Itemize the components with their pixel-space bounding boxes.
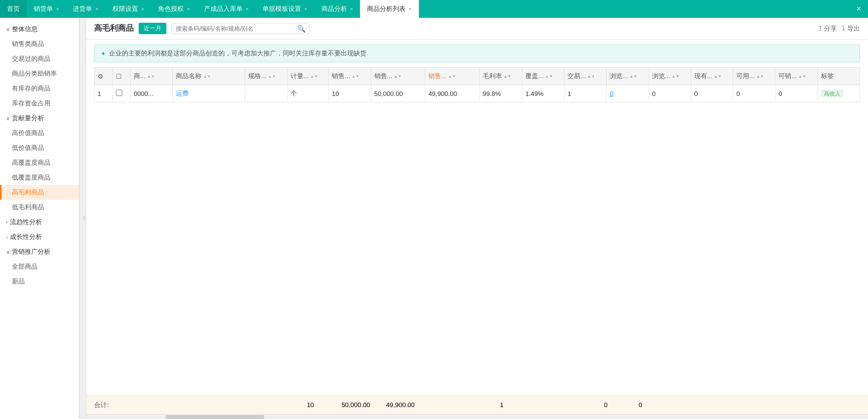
scrollbar-thumb[interactable] xyxy=(165,415,264,419)
col-browse1[interactable]: 浏览...▲▼ xyxy=(607,68,649,85)
info-icon: ✦ xyxy=(101,50,106,57)
cell-tag: 高收入 xyxy=(817,85,860,102)
cell-gross-rate: 99.8% xyxy=(479,85,522,102)
col-settings[interactable]: ⚙ xyxy=(95,68,113,85)
col-sales-amount[interactable]: 销售...▲▼ xyxy=(371,68,425,85)
sidebar-group-overall[interactable]: ∨ 整体信息 xyxy=(0,22,79,37)
cell-browse2: 0 xyxy=(649,85,691,102)
sidebar-item-stock-capital[interactable]: 库存资金占用 xyxy=(0,96,79,111)
search-input[interactable] xyxy=(176,25,297,32)
table-row: 1 0000... 运费 个 10 50,000.00 49,900.00 99… xyxy=(95,85,860,102)
cell-code: 0000... xyxy=(131,85,173,102)
arrow-icon-3: › xyxy=(6,219,8,225)
col-stock-saleable[interactable]: 可销...▲▼ xyxy=(775,68,817,85)
sidebar-item-low-coverage[interactable]: 低覆盖度商品 xyxy=(0,170,79,185)
nav-close-analysis[interactable]: × xyxy=(350,6,353,12)
search-button[interactable]: 🔍 xyxy=(297,25,306,33)
sidebar-collapse-button[interactable]: 《 xyxy=(79,18,86,419)
sidebar-group-marketing-items: 全部商品 新品 xyxy=(0,259,79,289)
sidebar-item-in-stock[interactable]: 有库存的商品 xyxy=(0,81,79,96)
sidebar-item-low-margin[interactable]: 低毛利商品 xyxy=(0,200,79,215)
col-transaction[interactable]: 交易...▲▼ xyxy=(564,68,607,85)
nav-close-analysis-list[interactable]: × xyxy=(408,6,411,12)
col-sales-qty[interactable]: 销售...▲▼ xyxy=(329,68,371,85)
arrow-icon: ∨ xyxy=(6,26,10,33)
cell-stock-saleable: 0 xyxy=(775,85,817,102)
nav-permission[interactable]: 权限设置 × xyxy=(105,0,151,18)
cell-stock-current: 0 xyxy=(691,85,733,102)
content-header: 高毛利商品 近一月 🔍 ⤴ 分享 ⤵ 导出 xyxy=(86,18,868,40)
sidebar-item-high-margin[interactable]: 高毛利商品 xyxy=(0,185,79,200)
export-button[interactable]: ⤵ 导出 xyxy=(842,24,860,33)
nav-close-all[interactable]: × xyxy=(850,0,868,18)
col-gross-rate[interactable]: 毛利率▲▼ xyxy=(479,68,522,85)
cell-checkbox[interactable] xyxy=(112,85,131,102)
nav-product-inbound[interactable]: 产成品入库单 × xyxy=(197,0,255,18)
nav-close-template[interactable]: × xyxy=(304,6,307,12)
sidebar-group-growth[interactable]: › 成长性分析 xyxy=(0,230,79,244)
sidebar-item-high-value[interactable]: 高价值商品 xyxy=(0,126,79,140)
sidebar-group-contribution-items: 高价值商品 低价值商品 高覆盖度商品 低覆盖度商品 高毛利商品 低毛利商品 xyxy=(0,126,79,215)
footer-stock-available: 0 xyxy=(639,401,673,409)
arrow-icon-4: › xyxy=(6,234,8,240)
cell-coverage: 1.49% xyxy=(522,85,564,102)
sidebar-item-high-coverage[interactable]: 高覆盖度商品 xyxy=(0,155,79,170)
footer-summary: 合计: 10 50,000.00 49,900.00 1 0 0 xyxy=(86,395,868,414)
nav-home[interactable]: 首页 xyxy=(0,0,27,18)
filter-month-button[interactable]: 近一月 xyxy=(139,23,166,34)
col-stock-current[interactable]: 现有...▲▼ xyxy=(691,68,733,85)
search-box: 🔍 xyxy=(171,23,310,34)
nav-sales-order[interactable]: 销货单 × xyxy=(27,0,66,18)
main-layout: ∨ 整体信息 销售类商品 交易过的商品 商品分类助销率 有库存的商品 库存资金占… xyxy=(0,18,868,419)
nav-close-purchase[interactable]: × xyxy=(95,6,98,12)
cell-seq: 1 xyxy=(95,85,113,102)
cell-spec xyxy=(245,85,287,102)
sidebar-group-contribution[interactable]: ∨ 贡献量分析 xyxy=(0,111,79,126)
sidebar-group-trend[interactable]: › 流趋性分析 xyxy=(0,215,79,230)
arrow-icon-2: ∨ xyxy=(6,115,10,122)
footer-sales-qty: 10 xyxy=(307,401,342,409)
horizontal-scrollbar[interactable] xyxy=(86,414,868,419)
nav-close-product-inbound[interactable]: × xyxy=(246,6,249,12)
nav-close-role[interactable]: × xyxy=(187,6,190,12)
col-browse2[interactable]: 浏览...▲▼ xyxy=(649,68,691,85)
top-nav: 首页 销货单 × 进货单 × 权限设置 × 角色授权 × 产成品入库单 × 单据… xyxy=(0,0,868,18)
cell-browse1[interactable]: 0 xyxy=(607,85,649,102)
nav-close-permission[interactable]: × xyxy=(141,6,144,12)
nav-role-auth[interactable]: 角色授权 × xyxy=(151,0,197,18)
nav-close-sales[interactable]: × xyxy=(56,6,59,12)
sidebar: ∨ 整体信息 销售类商品 交易过的商品 商品分类助销率 有库存的商品 库存资金占… xyxy=(0,18,79,419)
col-tag[interactable]: 标签 xyxy=(817,68,860,85)
sidebar-item-new-goods[interactable]: 新品 xyxy=(0,274,79,289)
nav-template[interactable]: 单据模板设置 × xyxy=(255,0,314,18)
col-unit[interactable]: 计量...▲▼ xyxy=(287,68,329,85)
sidebar-item-low-value[interactable]: 低价值商品 xyxy=(0,140,79,155)
col-name[interactable]: 商品名称▲▼ xyxy=(173,68,245,85)
col-sales-cost[interactable]: 销售...▲▼ xyxy=(425,68,480,85)
col-coverage[interactable]: 覆盖...▲▼ xyxy=(522,68,564,85)
info-banner: ✦ 企业的主要的利润都是这部分商品创造的，可考虑加大推广，同时关注库存量不要出现… xyxy=(94,45,860,62)
footer-label: 合计: xyxy=(94,401,109,410)
col-checkbox[interactable]: ☐ xyxy=(112,68,131,85)
nav-purchase-order[interactable]: 进货单 × xyxy=(66,0,105,18)
nav-analysis-list[interactable]: 商品分析列表 × xyxy=(360,0,418,18)
cell-name[interactable]: 运费 xyxy=(173,85,245,102)
content-area: 高毛利商品 近一月 🔍 ⤴ 分享 ⤵ 导出 ✦ 企业的主要的利润都是这部分商品创… xyxy=(86,18,868,419)
sidebar-item-category-rate[interactable]: 商品分类助销率 xyxy=(0,66,79,81)
col-code[interactable]: 商...▲▼ xyxy=(131,68,173,85)
cell-sales-qty: 10 xyxy=(329,85,371,102)
footer-stock-current: 0 xyxy=(604,401,639,409)
nav-product-analysis[interactable]: 商品分析 × xyxy=(314,0,360,18)
share-icon: ⤴ xyxy=(818,25,822,32)
sidebar-group-marketing[interactable]: ∨ 营销推广分析 xyxy=(0,244,79,259)
cell-sales-cost: 49,900.00 xyxy=(425,85,480,102)
header-actions: ⤴ 分享 ⤵ 导出 xyxy=(818,24,860,33)
page-title: 高毛利商品 xyxy=(94,23,134,34)
sidebar-item-traded-goods[interactable]: 交易过的商品 xyxy=(0,51,79,66)
cell-transaction: 1 xyxy=(564,85,607,102)
col-spec[interactable]: 规格...▲▼ xyxy=(245,68,287,85)
col-stock-available[interactable]: 可用...▲▼ xyxy=(733,68,775,85)
share-button[interactable]: ⤴ 分享 xyxy=(818,24,837,33)
sidebar-item-sales-goods[interactable]: 销售类商品 xyxy=(0,37,79,51)
sidebar-item-all-goods[interactable]: 全部商品 xyxy=(0,259,79,274)
